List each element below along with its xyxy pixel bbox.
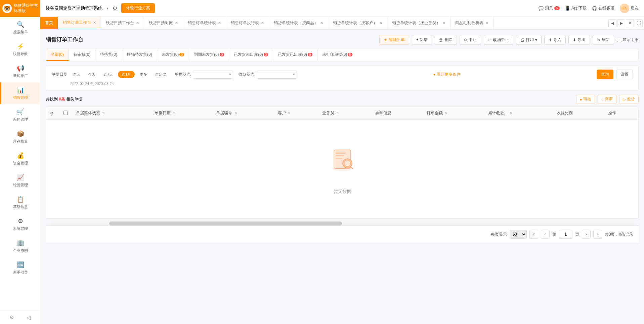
filter-tab-2[interactable]: 待拣货(0) [95,49,122,61]
pause-btn[interactable]: ⊘ 中止 [460,35,481,45]
industry-solution-btn[interactable]: 体验行业方案 [121,3,155,13]
sidebar-item-enterprise[interactable]: 🏢企业协同 [0,235,40,257]
filter-tab-0[interactable]: 全部(0) [46,49,69,61]
close-tab-6[interactable]: ✕ [320,21,323,25]
close-tab-7[interactable]: ✕ [379,21,382,25]
date-option-近7天[interactable]: 近7天 [100,71,116,78]
sidebar-item-guide[interactable]: 🆕新手引导 [0,257,40,279]
show-detail-label[interactable]: 显示明细 [617,37,639,43]
sidebar-item-finance[interactable]: 💰资金管理 [0,148,40,170]
import-btn[interactable]: ⬆ 导入 [544,35,566,45]
settings-bottom-icon[interactable]: ⚙ [9,314,14,321]
close-tab-8[interactable]: ✕ [442,21,445,25]
filter-tab-7[interactable]: 已发货已出库(0)0 [273,49,317,61]
payment-select[interactable] [257,71,297,79]
sidebar-item-operations[interactable]: 📈经营管理 [0,170,40,192]
filter-tab-4[interactable]: 未发货(0)0 [157,49,189,61]
date-option-近1月[interactable]: 近1月 [118,71,135,78]
cancel-audit-btn[interactable]: ○ 弃审 [598,95,616,104]
tab-sales-goods[interactable]: 销货单统计表（按商品） ✕ [269,17,328,30]
sort-icon-collected[interactable]: ⇅ [510,111,512,115]
tab-scroll-right[interactable]: ▶ [617,19,625,27]
print-btn[interactable]: 🖨 打印 ▾ [516,35,542,45]
sidebar-item-quick-nav[interactable]: ⚡快捷导航 [0,39,40,60]
show-detail-checkbox[interactable] [617,38,621,42]
scrollbar-thumb[interactable] [109,221,342,226]
tab-close-all[interactable]: ✕ [626,19,634,27]
sidebar-item-basic-info[interactable]: 📋基础信息 [0,192,40,213]
tab-sales-person[interactable]: 销货单统计表（按业务员） ✕ [387,17,450,30]
tab-gross-margin[interactable]: 商品毛利分析表 ✕ [450,17,493,30]
sort-icon-amount[interactable]: ⇅ [445,111,447,115]
filter-tab-5[interactable]: 到期未发货(0)0 [189,49,229,61]
close-tab-5[interactable]: ✕ [261,21,264,25]
query-btn[interactable]: 查询 [597,70,613,79]
date-option-自定义[interactable]: 自定义 [152,71,169,78]
tab-sales-exec[interactable]: 销售订单执行表 ✕ [226,17,269,30]
export-btn[interactable]: ⬇ 导出 [568,35,590,45]
date-option-昨天[interactable]: 昨天 [70,71,83,78]
tab-scroll-left[interactable]: ◀ [608,19,616,27]
delete-btn[interactable]: 🗑 删除 [435,35,457,45]
filter-tab-1[interactable]: 待审核(0) [69,49,96,61]
status-select[interactable] [193,71,233,79]
online-service-btn[interactable]: 🎧 在线客服 [592,5,614,11]
date-option-今天[interactable]: 今天 [85,71,98,78]
settings-btn[interactable]: 设置 [616,70,633,79]
close-tab-2[interactable]: ✕ [136,21,139,25]
select-all-checkbox[interactable] [63,111,68,115]
expand-conditions-btn[interactable]: ▾ 展开更多条件 [433,72,461,77]
sort-icon-salesperson[interactable]: ⇅ [336,111,339,115]
table-col-settings[interactable]: ⚙ [46,107,59,120]
avatar: Ea [620,4,629,13]
ship-btn[interactable]: ▷ 发货 [619,95,639,104]
refresh-btn[interactable]: ↻ 刷新 [593,35,614,45]
cancel-pause-btn[interactable]: ↩ 取消中止 [484,35,513,45]
collapse-icon[interactable]: ◁ [27,314,31,321]
sort-icon-customer[interactable]: ⇅ [288,111,291,115]
tab-sales-stats[interactable]: 销售订单统计表 ✕ [183,17,226,30]
topbar-settings-icon[interactable]: ⚙ [113,5,117,11]
tab-sales-customer[interactable]: 销货单统计表（按客户） ✕ [328,17,387,30]
first-page-btn[interactable]: « [529,230,538,239]
message-btn[interactable]: 💬 消息 6 [539,5,560,11]
sidebar-item-search[interactable]: 🔍搜索菜单 [0,17,40,39]
last-page-btn[interactable]: » [593,230,602,239]
user-menu-btn[interactable]: Ea 用友 [620,4,639,13]
close-tab-9[interactable]: ✕ [485,21,488,25]
sidebar-item-sales[interactable]: 📊销售管理 [0,82,40,104]
sidebar-item-purchase[interactable]: 🛒采购管理 [0,104,40,126]
tab-cash-reconcile[interactable]: 钱货日清对账 ✕ [144,17,183,30]
sidebar-item-inventory[interactable]: 📦库存核算 [0,126,40,148]
next-page-btn[interactable]: › [582,230,591,239]
horizontal-scrollbar[interactable] [51,221,633,226]
per-page-select[interactable]: 50 10 20 100 [510,230,527,239]
close-tab-4[interactable]: ✕ [218,21,221,25]
prev-page-btn[interactable]: ‹ [541,230,550,239]
result-info: 共找到 0条 相关单据 ● 审核 ○ 弃审 ▷ 发货 [46,95,639,104]
date-option-更多[interactable]: 更多 [137,71,150,78]
app-download-btn[interactable]: 📱 App下载 [565,5,587,11]
audit-btn[interactable]: ● 审核 [576,95,595,104]
add-btn[interactable]: + 新增 [412,35,432,45]
tab-sales-order-workbench[interactable]: 销售订单工作台 ✕ [58,17,101,30]
filter-tab-3[interactable]: 旺铺待发货(0) [122,49,157,61]
table-col-checkbox[interactable] [59,107,72,120]
page-input[interactable] [559,230,572,239]
svg-point-6 [344,160,350,166]
sidebar-item-marketing[interactable]: 📢营销推广 [0,60,40,82]
sort-icon-date[interactable]: ⇅ [173,111,176,115]
smart-create-btn[interactable]: ★ 智能生单 [379,35,409,45]
sort-icon-number[interactable]: ⇅ [234,111,237,115]
filter-tab-8[interactable]: 未打印单据(0)0 [317,49,357,61]
tab-cash-clear[interactable]: 钱货日清工作台 ✕ [101,17,144,30]
sort-icon-status[interactable]: ⇅ [102,111,105,115]
tab-home[interactable]: 首页 [40,17,58,30]
close-tab-3[interactable]: ✕ [175,21,178,25]
system-title-arrow[interactable]: ▾ [106,6,109,11]
sidebar-item-system[interactable]: ⚙系统管理 [0,213,40,235]
close-tab-1[interactable]: ✕ [93,21,96,25]
tab-fullscreen[interactable]: ⛶ [635,19,643,27]
table-col-number: 单据编号 ⇅ [212,107,273,120]
filter-tab-6[interactable]: 已发货未出库(0)0 [229,49,273,61]
